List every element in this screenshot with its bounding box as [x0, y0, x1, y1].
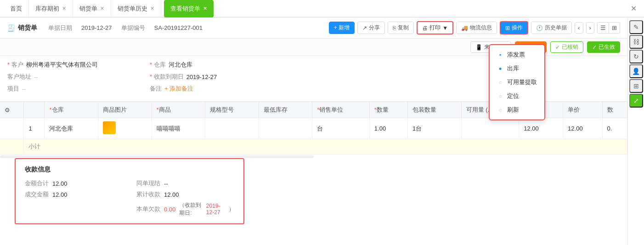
tab-history-close[interactable]: ✕	[150, 6, 154, 11]
link-sidebar-btn[interactable]: ⛓	[629, 35, 643, 49]
subtotal-gear	[0, 139, 24, 154]
list-view-btn[interactable]: ☰	[597, 22, 609, 34]
copy-label: 复制	[398, 24, 409, 32]
row-quantity: 1.00	[369, 118, 407, 139]
prev-nav[interactable]: ‹	[575, 22, 583, 34]
doc-meta: 单据日期 2019-12-27 单据编号 SA-20191227-001	[48, 24, 203, 32]
payment-info-grid: 金额合计 12.00 同单现结 -- 成交金额 12.00 累计收款 12.00…	[25, 179, 234, 217]
right-sidebar: ✎ ⛓ ↻ 👤 ⊞ ⤢	[627, 17, 644, 245]
subtotal-row: 小计	[0, 139, 627, 154]
same-order-row: 同单现结 --	[136, 179, 234, 188]
print-dropdown-icon: ▼	[442, 25, 448, 31]
effective-label: 已生效	[599, 43, 615, 51]
phone-icon: 📱	[475, 44, 482, 51]
row-product-img	[98, 118, 152, 139]
app-container: 首页 库存期初 ✕ 销货单 ✕ 销货单历史 ✕ 查看销货单 ✕ ✕ 🧾 销货单	[0, 0, 644, 245]
effective-icon: ✓	[592, 44, 597, 51]
row-available	[461, 118, 519, 139]
tab-view-sales-close[interactable]: ✕	[203, 6, 207, 11]
operations-dropdown: ▪ 添发票 ● 出库 ○ 可用量提取 ○ 定位 ○ 刷新	[489, 44, 545, 120]
total-amount-value: 12.00	[52, 180, 68, 187]
dropdown-refresh[interactable]: ○ 刷新	[490, 103, 544, 117]
operation-button[interactable]: ⊞ 操作	[500, 21, 528, 34]
logistics-label: 物流信息	[470, 24, 492, 32]
tab-sales-close[interactable]: ✕	[100, 6, 104, 11]
operation-icon: ⊞	[505, 25, 510, 31]
col-unit-price: 单价	[563, 102, 602, 118]
row-warehouse: 河北仓库	[45, 118, 98, 139]
balance-row: 本单欠款 0.00 （收款到期日: 2019-12-27 ）	[136, 201, 234, 217]
history-button[interactable]: 🕐 历史单据	[531, 22, 572, 34]
dropdown-add-invoice[interactable]: ▪ 添发票	[490, 48, 544, 62]
due-date-value: 2019-12-27	[206, 203, 225, 216]
tab-sales-order[interactable]: 销货单 ✕	[73, 0, 111, 17]
verify-btn[interactable]: ✓ 已核销	[550, 41, 583, 53]
share-label: 分享	[369, 24, 380, 32]
row-min-stock	[259, 118, 312, 139]
refresh-label: 刷新	[507, 106, 519, 114]
history-label: 历史单据	[545, 24, 567, 32]
payment-info-title: 收款信息	[25, 165, 234, 174]
next-nav[interactable]: ›	[586, 22, 594, 34]
dropdown-available-qty[interactable]: ○ 可用量提取	[490, 75, 544, 89]
due-date-close-paren: ）	[229, 205, 234, 213]
new-button[interactable]: + 新增	[329, 22, 355, 34]
logistics-icon: 🚚	[461, 25, 468, 31]
balance-value: 0.00	[164, 206, 175, 213]
print-icon: 🖨	[422, 25, 428, 31]
col-sales-unit: *销售单位	[312, 102, 370, 118]
warehouse-field: 仓库 河北仓库	[150, 61, 278, 69]
outbound-icon: ●	[497, 65, 503, 72]
transaction-row: 成交金额 12.00	[25, 190, 123, 199]
refresh-icon: ○	[497, 107, 503, 113]
row-stock: 12.00	[519, 118, 563, 139]
share-button[interactable]: ↗ 分享	[357, 22, 385, 34]
tab-close-all[interactable]: ✕	[627, 4, 640, 13]
col-product: *商品	[152, 102, 205, 118]
grid-view-btn[interactable]: ⊞	[609, 22, 620, 34]
edit-sidebar-btn[interactable]: ✎	[629, 20, 643, 34]
row-product: 嘻嘻嘻嘻	[152, 118, 205, 139]
customer-label: 客户	[7, 61, 23, 69]
tab-sales-history[interactable]: 销货单历史 ✕	[111, 0, 161, 17]
tab-sales-label: 销货单	[79, 5, 97, 13]
tab-inventory-close[interactable]: ✕	[62, 6, 66, 11]
dropdown-locate[interactable]: ○ 定位	[490, 89, 544, 103]
print-button[interactable]: 🖨 打印 ▼	[417, 21, 453, 34]
person-sidebar-btn[interactable]: 👤	[629, 64, 643, 78]
effective-btn[interactable]: ✓ 已生效	[587, 41, 620, 53]
col-warehouse: *仓库	[45, 102, 98, 118]
logistics-button[interactable]: 🚚 物流信息	[456, 22, 497, 34]
project-field: 项目 --	[7, 85, 136, 93]
total-amount-label: 金额合计	[25, 179, 49, 188]
balance-label: 本单欠款	[136, 205, 160, 213]
doc-title-icon: 🧾	[7, 24, 15, 32]
addr-value: --	[34, 74, 38, 80]
col-min-stock: 最低库存	[259, 102, 312, 118]
row-gear	[0, 118, 24, 139]
tab-home-label: 首页	[10, 5, 22, 13]
operation-label: 操作	[512, 24, 523, 32]
customer-value: 柳州粤港平安气体有限公司	[26, 61, 98, 69]
tab-bar: 首页 库存期初 ✕ 销货单 ✕ 销货单历史 ✕ 查看销货单 ✕ ✕	[0, 0, 644, 17]
row-amount: 0.	[602, 118, 627, 139]
warehouse-label: 仓库	[150, 61, 166, 69]
col-spec: 规格型号	[205, 102, 259, 118]
tab-inventory-init[interactable]: 库存期初 ✕	[29, 0, 73, 17]
history-icon: 🕐	[536, 25, 543, 31]
total-amount-row: 金额合计 12.00	[25, 179, 123, 188]
copy-button[interactable]: ⎘ 复制	[388, 22, 414, 34]
verify-icon: ✓	[555, 44, 560, 51]
add-remark-btn[interactable]: + 添加备注	[164, 85, 193, 93]
col-quantity: *数量	[369, 102, 407, 118]
doc-actions: + 新增 ↗ 分享 ⎘ 复制 🖨 打印 ▼ 🚚 物流信息	[329, 21, 620, 34]
row-spec	[205, 118, 259, 139]
dropdown-outbound[interactable]: ● 出库	[490, 62, 544, 75]
table-sidebar-btn[interactable]: ⊞	[629, 79, 643, 93]
tab-view-sales[interactable]: 查看销货单 ✕	[164, 0, 214, 17]
add-remark-label: 添加备注	[169, 85, 193, 92]
refresh-sidebar-btn[interactable]: ↻	[629, 50, 643, 63]
remark-label: 备注	[150, 85, 162, 93]
tab-home[interactable]: 首页	[4, 0, 29, 17]
expand-sidebar-btn[interactable]: ⤢	[629, 94, 643, 108]
